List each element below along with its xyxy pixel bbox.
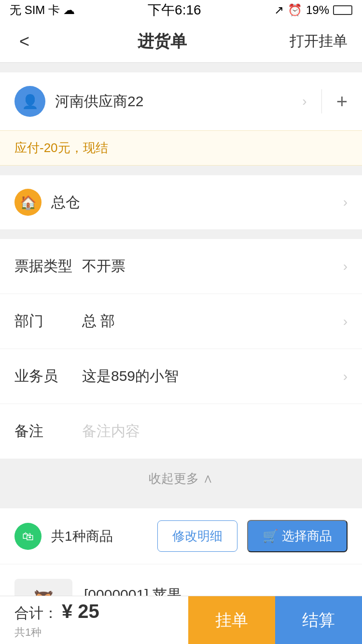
ticket-type-row[interactable]: 票据类型 不开票 › — [0, 239, 362, 294]
supplier-row[interactable]: 👤 河南供应商22 › + — [0, 72, 362, 130]
supplier-chevron-icon: › — [302, 94, 306, 109]
supplier-right: › + — [302, 89, 348, 113]
house-icon: 🏠 — [20, 195, 37, 210]
location-icon: ↗ — [274, 3, 284, 17]
products-header: 🛍 共1种商品 修改明细 🛒 选择商品 — [0, 508, 362, 564]
sales-row[interactable]: 业务员 这是859的小智 › — [0, 349, 362, 404]
supplier-avatar: 👤 — [14, 86, 45, 117]
page-title: 进货单 — [138, 30, 187, 53]
battery-icon — [333, 5, 352, 15]
dept-label: 部门 — [14, 311, 82, 331]
back-button[interactable]: < — [14, 27, 34, 56]
notice-banner: 应付-20元，现结 — [0, 130, 362, 166]
edit-detail-button[interactable]: 修改明细 — [157, 520, 237, 552]
dept-chevron-icon: › — [343, 314, 348, 329]
section-gap-1 — [0, 63, 362, 72]
section-gap-3 — [0, 229, 362, 239]
remark-label: 备注 — [14, 421, 82, 441]
select-product-button[interactable]: 🛒 选择商品 — [247, 520, 348, 552]
supplier-section: 👤 河南供应商22 › + 应付-20元，现结 — [0, 72, 362, 166]
ticket-type-chevron-icon: › — [343, 259, 348, 274]
bag-icon: 🛍 — [22, 530, 34, 543]
status-right: ↗ ⏰ 19% — [274, 3, 352, 17]
warehouse-chevron-icon: › — [343, 195, 348, 210]
alarm-icon: ⏰ — [288, 3, 302, 17]
add-supplier-button[interactable]: + — [336, 91, 348, 112]
total-main: 合计： ¥ 25 — [14, 601, 174, 623]
status-time: 下午6:16 — [148, 1, 201, 19]
total-amount: ¥ 25 — [62, 601, 99, 622]
status-bar: 无 SIM 卡 ☁ 下午6:16 ↗ ⏰ 19% — [0, 0, 362, 20]
select-product-label: 选择商品 — [282, 528, 332, 545]
products-count: 共1种商品 — [51, 527, 157, 546]
cart-icon: 🛒 — [263, 529, 278, 544]
remark-input[interactable]: 备注内容 — [82, 421, 348, 441]
status-left: 无 SIM 卡 ☁ — [10, 2, 75, 18]
warehouse-name: 总仓 — [51, 193, 338, 212]
form-section: 票据类型 不开票 › 部门 总 部 › 业务员 这是859的小智 › 备注 备注… — [0, 239, 362, 459]
section-gap-2 — [0, 166, 362, 175]
sales-value: 这是859的小智 — [82, 366, 338, 386]
warehouse-row[interactable]: 🏠 总仓 › — [0, 175, 362, 229]
collapse-bar[interactable]: 收起更多 ∧ — [0, 459, 362, 499]
dept-row[interactable]: 部门 总 部 › — [0, 294, 362, 349]
total-sub: 共1种 — [14, 625, 174, 640]
dept-value: 总 部 — [82, 311, 338, 331]
pending-button[interactable]: 挂单 — [188, 596, 275, 644]
supplier-name: 河南供应商22 — [55, 92, 302, 112]
remark-row[interactable]: 备注 备注内容 — [0, 404, 362, 459]
person-icon: 👤 — [22, 94, 39, 110]
nav-bar: < 进货单 打开挂单 — [0, 20, 362, 63]
section-gap-4 — [0, 499, 362, 508]
supplier-divider — [321, 89, 322, 113]
ticket-type-value: 不开票 — [82, 256, 338, 276]
battery-percent: 19% — [306, 3, 329, 17]
sales-chevron-icon: › — [343, 369, 348, 384]
sim-status: 无 SIM 卡 ☁ — [10, 2, 75, 18]
open-pending-button[interactable]: 打开挂单 — [290, 31, 348, 51]
bottom-bar: 合计： ¥ 25 共1种 挂单 结算 — [0, 596, 362, 644]
warehouse-icon: 🏠 — [14, 189, 42, 216]
products-icon: 🛍 — [14, 523, 42, 550]
sales-label: 业务员 — [14, 366, 82, 386]
warehouse-section[interactable]: 🏠 总仓 › — [0, 175, 362, 229]
checkout-button[interactable]: 结算 — [275, 596, 362, 644]
bottom-total: 合计： ¥ 25 共1种 — [0, 596, 188, 644]
ticket-type-label: 票据类型 — [14, 256, 82, 276]
total-label: 合计： — [14, 603, 58, 623]
